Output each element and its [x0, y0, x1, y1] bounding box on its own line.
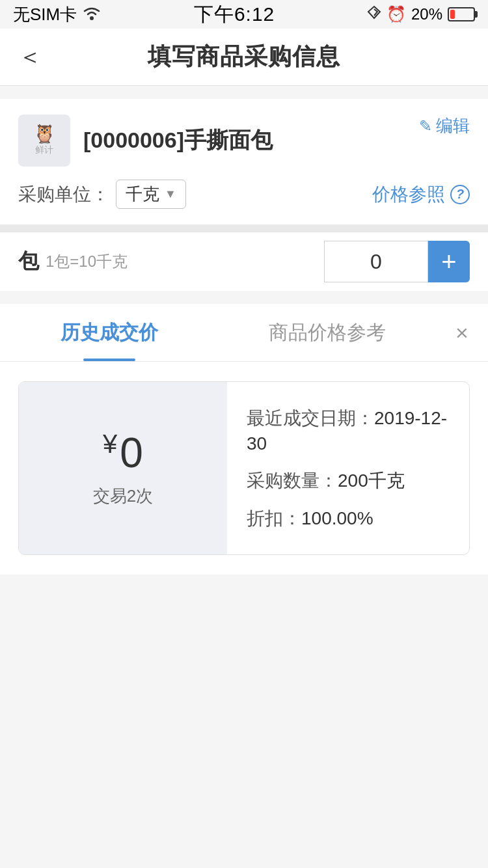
discount-value: 100.00%	[301, 508, 373, 528]
edit-icon: ✎	[419, 117, 432, 135]
product-code: [0000006]	[83, 128, 184, 152]
product-logo: 🦉 鲜计	[18, 115, 70, 167]
product-full-name: [0000006]手撕面包	[83, 126, 273, 156]
latest-date-label: 最近成交日期：	[247, 408, 374, 428]
wifi-icon	[82, 5, 102, 25]
product-meta: 采购单位： 千克 ▼ 价格参照 ?	[18, 180, 470, 209]
qty-input-group: +	[324, 241, 470, 282]
latest-date-row: 最近成交日期：2019-12-30	[247, 405, 450, 456]
tab-content: ¥0 交易2次 最近成交日期：2019-12-30 采购数量：200千克 折扣：…	[0, 362, 488, 575]
tab-history-price[interactable]: 历史成交价	[0, 304, 218, 361]
purchase-unit-label: 采购单位：	[18, 182, 109, 207]
purchase-qty-label: 采购数量：	[247, 470, 338, 491]
logo-subtext: 鲜计	[35, 144, 53, 156]
purchase-unit: 采购单位： 千克 ▼	[18, 180, 186, 209]
edit-button[interactable]: ✎ 编辑	[419, 115, 470, 137]
carrier-text: 无SIM卡	[13, 3, 77, 26]
purchase-qty-value: 200千克	[338, 470, 405, 491]
product-left: 🦉 鲜计 [0000006]手撕面包	[18, 115, 273, 167]
qty-plus-button[interactable]: +	[428, 241, 470, 282]
price-ref-button[interactable]: 价格参照 ?	[372, 182, 470, 207]
nav-bar: ＜ 填写商品采购信息	[0, 29, 488, 86]
discount-label: 折扣：	[247, 508, 301, 528]
price-ref-label: 价格参照	[372, 182, 445, 207]
back-button[interactable]: ＜	[18, 41, 42, 73]
quantity-row: 包 1包=10千克 +	[0, 232, 488, 291]
logo-owl-icon: 🦉	[33, 125, 56, 143]
tab-close-button[interactable]: ×	[436, 304, 488, 361]
tab-history-price-label: 历史成交价	[61, 319, 158, 346]
battery-percent: 20%	[411, 5, 442, 23]
page-title: 填写商品采购信息	[148, 41, 340, 73]
purchase-qty-row: 采购数量：200千克	[247, 468, 450, 493]
price-ref-help-icon: ?	[450, 185, 470, 204]
dropdown-arrow-icon: ▼	[165, 187, 176, 201]
product-header: 🦉 鲜计 [0000006]手撕面包 ✎ 编辑	[18, 115, 470, 167]
tab-product-price-ref-label: 商品价格参考	[269, 319, 386, 346]
discount-row: 折扣：100.00%	[247, 506, 450, 531]
battery-icon	[448, 7, 475, 21]
price-right-panel: 最近成交日期：2019-12-30 采购数量：200千克 折扣：100.00%	[227, 382, 469, 554]
tab-product-price-ref[interactable]: 商品价格参考	[218, 304, 436, 361]
tabs-container: 历史成交价 商品价格参考 × ¥0 交易2次 最近成交日期：2019-12-30	[0, 304, 488, 575]
qty-unit-label: 包	[18, 247, 39, 276]
unit-dropdown[interactable]: 千克 ▼	[116, 180, 186, 209]
location-icon	[367, 5, 381, 23]
status-right: ⏰ 20%	[367, 5, 475, 23]
product-card: 🦉 鲜计 [0000006]手撕面包 ✎ 编辑 采购单位： 千克 ▼ 价格参照 …	[0, 99, 488, 224]
price-trade-count: 交易2次	[93, 485, 153, 508]
price-value: 0	[120, 429, 143, 476]
price-amount: ¥0	[103, 429, 143, 477]
close-icon: ×	[455, 320, 468, 346]
product-name-text: 手撕面包	[184, 128, 273, 152]
tabs-header: 历史成交价 商品价格参考 ×	[0, 304, 488, 362]
price-history-card: ¥0 交易2次 最近成交日期：2019-12-30 采购数量：200千克 折扣：…	[18, 381, 470, 555]
status-time: 下午6:12	[194, 1, 275, 28]
quantity-label: 包 1包=10千克	[18, 247, 128, 276]
alarm-icon: ⏰	[386, 5, 406, 23]
status-left: 无SIM卡	[13, 3, 102, 26]
svg-point-0	[90, 16, 94, 20]
section-divider	[0, 224, 488, 232]
price-left-panel: ¥0 交易2次	[19, 382, 227, 554]
qty-conversion-text: 1包=10千克	[46, 251, 128, 272]
edit-label: 编辑	[436, 115, 470, 137]
currency-symbol: ¥	[103, 429, 117, 458]
status-bar: 无SIM卡 下午6:12 ⏰ 20%	[0, 0, 488, 29]
unit-value: 千克	[126, 183, 159, 206]
qty-input-field[interactable]	[324, 241, 428, 282]
